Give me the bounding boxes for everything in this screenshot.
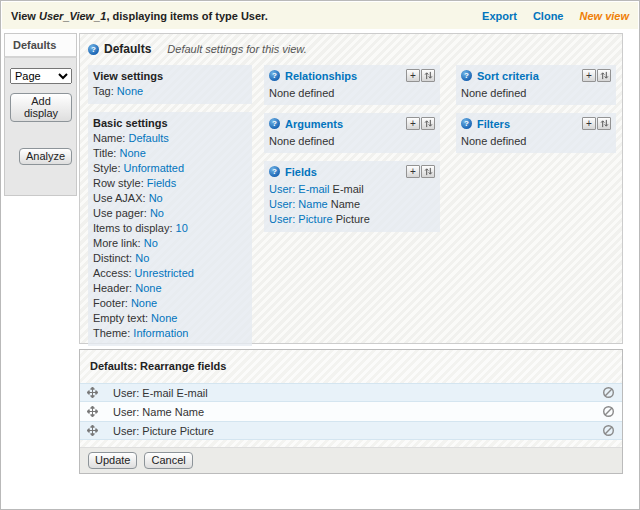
plus-icon: + <box>410 167 416 177</box>
display-settings-area: ? Defaults Default settings for this vie… <box>79 33 623 344</box>
bucket-ops: + <box>406 165 435 178</box>
plus-icon: + <box>410 119 416 129</box>
add-relationship-button[interactable]: + <box>406 69 420 82</box>
rearrange-arguments-button[interactable] <box>421 117 435 130</box>
header-setting-link[interactable]: None <box>135 282 161 294</box>
field-row: User: Picture Picture <box>269 212 435 227</box>
add-argument-button[interactable]: + <box>406 117 420 130</box>
setting-row: Empty text: None <box>93 311 247 326</box>
use-ajax-setting-link[interactable]: No <box>149 192 163 204</box>
rearrange-relationships-button[interactable] <box>421 69 435 82</box>
setting-row: Name: Defaults <box>93 131 247 146</box>
plus-icon: + <box>410 71 416 81</box>
setting-label: Name: <box>93 132 125 144</box>
fields-bucket: ? Fields + User: E-mail E-mail User: Nam… <box>264 161 440 232</box>
name-setting-link[interactable]: Defaults <box>128 132 168 144</box>
basic-settings-bucket: Basic settings Name: Defaults Title: Non… <box>88 112 252 346</box>
setting-row: Distinct: No <box>93 251 247 266</box>
arguments-title-link[interactable]: Arguments <box>285 118 343 130</box>
rearrange-filters-button[interactable] <box>597 117 611 130</box>
setting-label: Row style: <box>93 177 144 189</box>
field-suffix: E-mail <box>333 183 364 195</box>
clone-link[interactable]: Clone <box>533 10 564 22</box>
view-name: User_View_1 <box>39 10 106 22</box>
relationships-title-link[interactable]: Relationships <box>285 70 357 82</box>
setting-row: Theme: Information <box>93 326 247 341</box>
setting-row: Title: None <box>93 146 247 161</box>
add-sort-button[interactable]: + <box>582 69 596 82</box>
rearrange-fields-button[interactable] <box>421 165 435 178</box>
help-icon[interactable]: ? <box>269 118 280 129</box>
settings-columns: View settings Tag: None Basic settings N… <box>86 65 616 354</box>
updown-arrows-icon <box>424 119 433 128</box>
remove-field-icon[interactable] <box>602 405 615 418</box>
view-title-prefix: View <box>11 10 39 22</box>
analyze-button[interactable]: Analyze <box>19 148 72 165</box>
setting-label: Use pager: <box>93 207 147 219</box>
tag-setting-link[interactable]: None <box>117 85 143 97</box>
fields-title-link[interactable]: Fields <box>285 166 317 178</box>
rearrange-sorts-button[interactable] <box>597 69 611 82</box>
more-link-setting-link[interactable]: No <box>144 237 158 249</box>
add-field-button[interactable]: + <box>406 165 420 178</box>
add-filter-button[interactable]: + <box>582 117 596 130</box>
cancel-button[interactable]: Cancel <box>144 452 192 469</box>
setting-row: Use AJAX: No <box>93 191 247 206</box>
drag-handle-icon[interactable] <box>87 425 98 436</box>
form-actions: Update Cancel <box>80 447 622 473</box>
arguments-bucket: ? Arguments + None defined <box>264 113 440 153</box>
distinct-setting-link[interactable]: No <box>135 252 149 264</box>
tab-defaults[interactable]: Defaults <box>4 33 77 58</box>
rearrange-fields-panel: Defaults: Rearrange fields User: E-mail … <box>79 349 623 474</box>
access-setting-link[interactable]: Unrestricted <box>135 267 194 279</box>
help-icon[interactable]: ? <box>461 118 472 129</box>
remove-field-icon[interactable] <box>602 424 615 437</box>
add-display-button[interactable]: Add display <box>10 93 72 122</box>
setting-row: Tag: None <box>93 84 247 99</box>
setting-label: Title: <box>93 147 116 159</box>
field-link[interactable]: User: E-mail <box>269 183 330 195</box>
rearrange-row: User: Picture Picture <box>80 421 622 440</box>
rearrange-row-label: User: Name Name <box>113 406 602 418</box>
use-pager-setting-link[interactable]: No <box>150 207 164 219</box>
display-type-select[interactable]: Page <box>10 68 72 84</box>
remove-field-icon[interactable] <box>602 386 615 399</box>
settings-column-2: ? Relationships + None defined ? Argumen… <box>264 65 440 240</box>
setting-label: Distinct: <box>93 252 132 264</box>
title-setting-link[interactable]: None <box>120 147 146 159</box>
theme-setting-link[interactable]: Information <box>133 327 188 339</box>
updown-arrows-icon <box>600 119 609 128</box>
filters-title-link[interactable]: Filters <box>477 118 510 130</box>
items-to-display-setting-link[interactable]: 10 <box>176 222 188 234</box>
help-icon[interactable]: ? <box>269 166 280 177</box>
footer-setting-link[interactable]: None <box>131 297 157 309</box>
view-settings-title: View settings <box>93 69 247 84</box>
settings-column-1: View settings Tag: None Basic settings N… <box>88 65 252 354</box>
setting-label: Header: <box>93 282 132 294</box>
drag-handle-icon[interactable] <box>87 406 98 417</box>
settings-column-3: ? Sort criteria + None defined ? Filters… <box>456 65 616 161</box>
empty-text-setting-link[interactable]: None <box>151 312 177 324</box>
view-summary-bar: View User_View_1, displaying items of ty… <box>2 2 638 29</box>
tab-defaults-label: Defaults <box>13 39 56 51</box>
drag-handle-icon[interactable] <box>87 387 98 398</box>
help-icon[interactable]: ? <box>88 44 99 55</box>
setting-row: Header: None <box>93 281 247 296</box>
setting-label: More link: <box>93 237 141 249</box>
setting-row: Access: Unrestricted <box>93 266 247 281</box>
sort-criteria-empty-text: None defined <box>461 86 611 100</box>
field-link[interactable]: User: Name <box>269 198 328 210</box>
sort-criteria-bucket: ? Sort criteria + None defined <box>456 65 616 105</box>
export-link[interactable]: Export <box>482 10 517 22</box>
bucket-ops: + <box>406 117 435 130</box>
sort-criteria-title-link[interactable]: Sort criteria <box>477 70 539 82</box>
help-icon[interactable]: ? <box>269 70 280 81</box>
update-button[interactable]: Update <box>88 452 137 469</box>
bucket-header: ? Arguments + <box>269 117 435 130</box>
view-title: View User_View_1, displaying items of ty… <box>11 10 268 22</box>
row-style-setting-link[interactable]: Fields <box>147 177 176 189</box>
style-setting-link[interactable]: Unformatted <box>124 162 185 174</box>
help-icon[interactable]: ? <box>461 70 472 81</box>
field-link[interactable]: User: Picture <box>269 213 333 225</box>
new-view-link[interactable]: New view <box>579 10 629 22</box>
